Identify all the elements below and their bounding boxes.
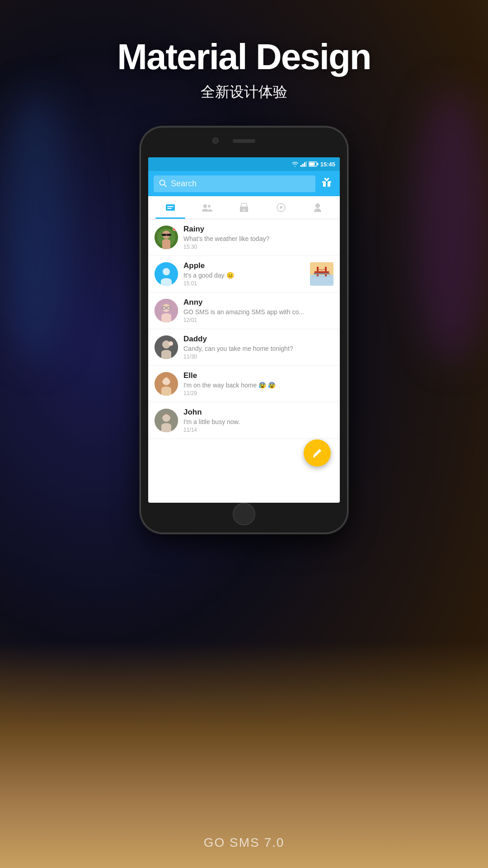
svg-rect-2 bbox=[304, 162, 305, 167]
svg-point-45 bbox=[169, 341, 173, 346]
signal-icon bbox=[300, 161, 307, 167]
contact-name: Rainy bbox=[183, 225, 333, 234]
status-icons: 15:45 bbox=[291, 161, 335, 168]
message-time: 11/30 bbox=[183, 354, 333, 360]
svg-rect-36 bbox=[314, 273, 330, 274]
page-title: Material Design bbox=[0, 36, 488, 78]
tab-contacts[interactable] bbox=[189, 196, 226, 219]
compose-icon bbox=[311, 447, 323, 459]
message-item-rainy[interactable]: Rainy What's the weather like today? 15:… bbox=[148, 219, 340, 256]
phone-camera bbox=[212, 137, 219, 144]
wifi-icon bbox=[291, 161, 299, 167]
avatar-apple bbox=[155, 262, 178, 286]
compose-fab[interactable] bbox=[304, 439, 331, 467]
svg-rect-28 bbox=[166, 234, 167, 236]
bg-light-left bbox=[0, 90, 72, 362]
phone-device: 15:45 Search bbox=[140, 127, 348, 533]
svg-rect-0 bbox=[300, 165, 302, 167]
avatar-john-svg bbox=[155, 409, 178, 432]
message-time: 11/29 bbox=[183, 390, 333, 396]
search-icon bbox=[159, 179, 167, 188]
gift-svg-icon bbox=[321, 176, 333, 188]
svg-rect-15 bbox=[167, 208, 172, 209]
svg-point-17 bbox=[208, 205, 211, 208]
phone-body: 15:45 Search bbox=[140, 127, 348, 533]
message-thumbnail-bridge bbox=[310, 262, 333, 286]
avatar-daddy bbox=[155, 335, 178, 359]
svg-rect-3 bbox=[306, 161, 307, 167]
message-time: 15:30 bbox=[183, 244, 333, 250]
svg-rect-34 bbox=[317, 267, 319, 277]
avatar-rainy bbox=[155, 226, 178, 249]
tab-messages[interactable] bbox=[152, 196, 189, 219]
message-preview: It's a good day 😐 bbox=[183, 272, 305, 279]
svg-rect-14 bbox=[167, 206, 174, 207]
svg-line-8 bbox=[164, 184, 166, 187]
svg-rect-12 bbox=[326, 181, 328, 183]
svg-rect-35 bbox=[325, 267, 327, 277]
store-tab-icon bbox=[239, 203, 249, 212]
contact-name: Apple bbox=[183, 261, 305, 270]
message-preview: What's the weather like today? bbox=[183, 235, 333, 242]
svg-point-16 bbox=[203, 204, 207, 208]
tab-discover[interactable] bbox=[263, 196, 300, 219]
search-bar[interactable]: Search bbox=[148, 171, 340, 196]
message-preview: GO SMS is an amazing SMS app with co... bbox=[183, 308, 333, 316]
message-content-apple: Apple It's a good day 😐 15:01 bbox=[183, 261, 305, 287]
status-time: 15:45 bbox=[320, 161, 335, 168]
contact-name: Anny bbox=[183, 298, 333, 307]
avatar-daddy-svg bbox=[155, 335, 178, 359]
status-bar: 15:45 bbox=[148, 157, 340, 171]
svg-rect-19 bbox=[243, 209, 245, 212]
background-table bbox=[0, 642, 488, 868]
message-time: 12/01 bbox=[183, 317, 333, 323]
battery-icon bbox=[309, 161, 319, 167]
search-input-area[interactable]: Search bbox=[154, 175, 315, 192]
message-time: 15:01 bbox=[183, 280, 305, 287]
gift-icon[interactable] bbox=[319, 175, 334, 193]
message-preview: Candy, can you take me home tonight? bbox=[183, 345, 333, 352]
phone-screen: 15:45 Search bbox=[148, 157, 340, 503]
contacts-tab-icon bbox=[202, 203, 212, 212]
avatar-john bbox=[155, 409, 178, 432]
message-content-rainy: Rainy What's the weather like today? 15:… bbox=[183, 225, 333, 250]
message-preview: I'm on the way back home 😰 😰 bbox=[183, 382, 333, 389]
svg-rect-27 bbox=[167, 234, 171, 236]
message-item-john[interactable]: John I'm a little busy now. 11/14 bbox=[148, 402, 340, 439]
svg-rect-33 bbox=[314, 271, 329, 273]
avatar-anny bbox=[155, 299, 178, 322]
message-content-anny: Anny GO SMS is an amazing SMS app with c… bbox=[183, 298, 333, 323]
bridge-thumbnail bbox=[310, 262, 333, 286]
page-title-area: Material Design 全新设计体验 bbox=[0, 36, 488, 102]
message-content-elle: Elle I'm on the way back home 😰 😰 11/29 bbox=[183, 371, 333, 396]
profile-tab-icon bbox=[313, 203, 322, 212]
nav-tabs bbox=[148, 196, 340, 219]
message-preview: I'm a little busy now. bbox=[183, 418, 333, 425]
svg-rect-5 bbox=[309, 163, 314, 166]
tab-store[interactable] bbox=[225, 196, 263, 219]
avatar-elle bbox=[155, 372, 178, 396]
svg-rect-26 bbox=[162, 234, 166, 236]
svg-point-30 bbox=[163, 268, 170, 275]
page-subtitle: 全新设计体验 bbox=[0, 82, 488, 102]
messages-tab-icon bbox=[165, 203, 175, 212]
svg-rect-1 bbox=[302, 164, 304, 167]
svg-rect-13 bbox=[166, 204, 175, 211]
message-list: Rainy What's the weather like today? 15:… bbox=[148, 219, 340, 439]
phone-home-button[interactable] bbox=[233, 503, 255, 525]
message-item-anny[interactable]: Anny GO SMS is an amazing SMS app with c… bbox=[148, 292, 340, 329]
phone-speaker bbox=[233, 139, 255, 143]
message-content-john: John I'm a little busy now. 11/14 bbox=[183, 408, 333, 433]
message-item-elle[interactable]: Elle I'm on the way back home 😰 😰 11/29 bbox=[148, 366, 340, 402]
search-placeholder: Search bbox=[171, 179, 310, 189]
contact-name: Daddy bbox=[183, 335, 333, 344]
message-item-apple[interactable]: Apple It's a good day 😐 15:01 bbox=[148, 256, 340, 292]
bottom-label: GO SMS 7.0 bbox=[0, 835, 488, 850]
avatar-apple-svg bbox=[155, 262, 178, 286]
message-time: 11/14 bbox=[183, 427, 333, 433]
avatar-elle-svg bbox=[155, 372, 178, 396]
svg-rect-6 bbox=[317, 163, 319, 165]
message-item-daddy[interactable]: Daddy Candy, can you take me home tonigh… bbox=[148, 329, 340, 366]
tab-profile[interactable] bbox=[299, 196, 336, 219]
svg-point-22 bbox=[315, 203, 320, 208]
